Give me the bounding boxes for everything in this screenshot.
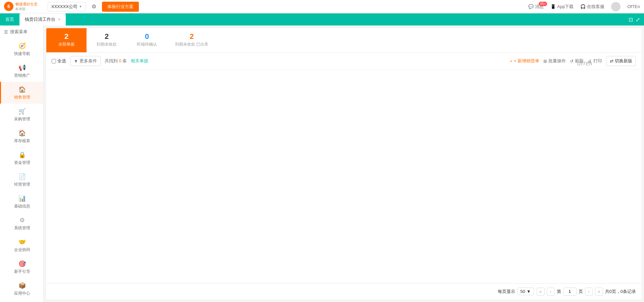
basic-info-label: 基础信息 — [14, 203, 30, 209]
logo-sub: 标准版 — [15, 7, 38, 11]
guide-icon: 🎯 — [18, 260, 26, 267]
toolbar: 全选 ▼ 更多条件 共找到 0 条 相关单据 + — [46, 53, 641, 70]
tab-home[interactable]: 首页 — [0, 13, 19, 25]
stats-tab-all-label: 全部单据 — [58, 42, 74, 47]
messages-button[interactable]: 💬 消息 99+ — [528, 4, 544, 10]
sidebar-item-wechat[interactable]: 💬 企业微信 — [0, 300, 43, 302]
quick-nav-icon: 🧭 — [18, 42, 26, 50]
table-area — [46, 70, 641, 283]
page-nav: « ‹ 第 页 › » 共0页，0条记录 — [537, 288, 636, 296]
toolbar-right: + + 新增销货单 ⊞ 批量操作 ↺ 刷新 🖨 打印 — [510, 56, 636, 66]
tab-workbench[interactable]: 钱货日清工作台 × — [19, 13, 66, 25]
add-order-button[interactable]: + + 新增销货单 — [510, 58, 539, 64]
finance-icon: 🔒 — [18, 151, 26, 159]
first-page-button[interactable]: « — [537, 288, 545, 296]
sidebar-item-guide[interactable]: 🎯 新手引导 — [0, 256, 43, 278]
page-input[interactable] — [563, 288, 577, 296]
stats-tab-overdue-count: 2 — [105, 32, 109, 41]
sidebar-item-enterprise[interactable]: 🤝 企业协同 — [0, 234, 43, 256]
next-page-button[interactable]: › — [585, 288, 593, 296]
page-size-select: 每页显示 50 ▼ — [498, 288, 534, 295]
tab-expand-button[interactable]: ⤢ — [636, 16, 640, 23]
avatar[interactable] — [611, 2, 621, 11]
online-service-label: 在线客服 — [587, 4, 604, 10]
filter-label: 更多条件 — [79, 58, 97, 64]
tab-close-button[interactable]: × — [58, 17, 60, 22]
online-service-button[interactable]: 🎧 在线客服 — [580, 4, 604, 10]
sidebar-item-app-center[interactable]: 📦 应用中心 — [0, 278, 43, 300]
sidebar-item-basic-info[interactable]: 📊 基础信息 — [0, 191, 43, 213]
tab-bar-actions: ⊡ ⤢ — [629, 16, 644, 23]
switch-version-button[interactable]: ⇄ 切换新版 — [606, 56, 636, 66]
often-tag: OfTEn — [577, 61, 592, 66]
enterprise-icon: 🤝 — [18, 238, 26, 246]
app-download-button[interactable]: 📱 App下载 — [550, 4, 574, 10]
select-all-input[interactable] — [52, 59, 56, 63]
content-area: 2 全部单据 2 到期未收款 0 旺铺待确认 2 到期未收款 已出库 — [44, 25, 644, 302]
batch-operation-button[interactable]: ⊞ 批量操作 — [543, 58, 566, 64]
last-page-button[interactable]: » — [595, 288, 603, 296]
select-all-label: 全选 — [57, 58, 66, 64]
marketing-label: 营销推广 — [14, 73, 30, 78]
stats-tab-all[interactable]: 2 全部单据 — [46, 28, 87, 52]
refresh-icon: ↺ — [570, 59, 574, 64]
sidebar: ☰ 搜索菜单 🧭 快捷导航 📢 营销推广 🏠 销售管理 🛒 采购管理 🏠 库存核… — [0, 25, 44, 302]
prev-page-button[interactable]: ‹ — [547, 288, 555, 296]
logo-icon: 6 — [4, 2, 13, 11]
print-label: 打印 — [593, 58, 602, 64]
content-inner: 2 全部单据 2 到期未收款 0 旺铺待确认 2 到期未收款 已出库 — [46, 28, 641, 299]
count-unit: 条 — [122, 58, 127, 63]
guide-label: 新手引导 — [14, 269, 30, 275]
sidebar-item-marketing[interactable]: 📢 营销推广 — [0, 60, 43, 82]
pagination-bar: 每页显示 50 ▼ « ‹ 第 页 › » 共0页，0条记录 — [46, 283, 641, 299]
company-selector[interactable]: XXXXXX公司 ▼ — [48, 2, 86, 11]
inventory-label: 库存核算 — [14, 138, 30, 144]
sidebar-item-finance[interactable]: 🔒 资金管理 — [0, 147, 43, 169]
sidebar-item-operation[interactable]: 📄 经营管理 — [0, 169, 43, 191]
logo-text: 畅捷通好生意 — [15, 2, 38, 6]
stats-tab-shipped-label: 到期未收款 已出库 — [175, 42, 208, 47]
download-icon: 📱 — [550, 4, 556, 9]
stats-tab-all-count: 2 — [64, 32, 68, 41]
stats-tab-wangpu[interactable]: 0 旺铺待确认 — [127, 28, 167, 52]
sidebar-item-purchase[interactable]: 🛒 采购管理 — [0, 104, 43, 125]
filter-button[interactable]: ▼ 更多条件 — [70, 56, 101, 66]
system-icon: ⚙ — [19, 217, 25, 224]
filter-icon: ▼ — [74, 59, 78, 64]
company-name: XXXXXX公司 — [51, 4, 77, 10]
select-all-checkbox[interactable]: 全选 — [52, 58, 66, 64]
sidebar-item-quick-nav[interactable]: 🧭 快捷导航 — [0, 38, 43, 60]
message-icon: 💬 — [528, 4, 534, 9]
stats-tab-shipped-count: 2 — [190, 32, 194, 41]
enterprise-label: 企业协同 — [14, 247, 30, 253]
tab-minimize-button[interactable]: ⊡ — [629, 16, 633, 23]
sales-icon: 🏠 — [18, 86, 26, 93]
experience-button[interactable]: 体验行业方案 — [102, 2, 139, 12]
app-center-icon: 📦 — [18, 282, 26, 289]
count-info: 共找到 0 条 — [105, 58, 127, 64]
search-menu[interactable]: ☰ 搜索菜单 — [0, 25, 43, 38]
stats-tabs: 2 全部单据 2 到期未收款 0 旺铺待确认 2 到期未收款 已出库 — [46, 28, 641, 53]
search-menu-label: 搜索菜单 — [10, 29, 28, 35]
purchase-label: 采购管理 — [14, 116, 30, 122]
switch-icon: ⇄ — [610, 59, 613, 64]
operation-icon: 📄 — [18, 173, 26, 180]
top-header: 6 畅捷通好生意 标准版 XXXXXX公司 ▼ ⚙ 体验行业方案 💬 消息 99… — [0, 0, 644, 13]
search-icon: ☰ — [4, 29, 8, 35]
sidebar-item-sales[interactable]: 🏠 销售管理 — [0, 82, 43, 104]
stats-tab-overdue[interactable]: 2 到期未收款 — [87, 28, 127, 52]
stats-tab-wangpu-label: 旺铺待确认 — [137, 42, 157, 47]
tab-home-label: 首页 — [5, 16, 14, 22]
stats-tab-shipped[interactable]: 2 到期未收款 已出库 — [167, 28, 216, 52]
toolbar-left: 全选 ▼ 更多条件 共找到 0 条 相关单据 — [52, 56, 148, 66]
switch-label: 切换新版 — [615, 58, 632, 64]
sidebar-item-system[interactable]: ⚙ 系统管理 — [0, 213, 43, 234]
sidebar-item-inventory[interactable]: 🏠 库存核算 — [0, 125, 43, 147]
add-label: + 新增销货单 — [514, 58, 539, 64]
batch-label: 批量操作 — [548, 58, 566, 64]
related-orders-link[interactable]: 相关单据 — [131, 58, 148, 64]
count-prefix: 共找到 — [105, 58, 118, 63]
per-page-selector[interactable]: 50 ▼ — [517, 288, 534, 295]
settings-button[interactable]: ⚙ — [89, 2, 99, 11]
add-icon: + — [510, 59, 513, 64]
